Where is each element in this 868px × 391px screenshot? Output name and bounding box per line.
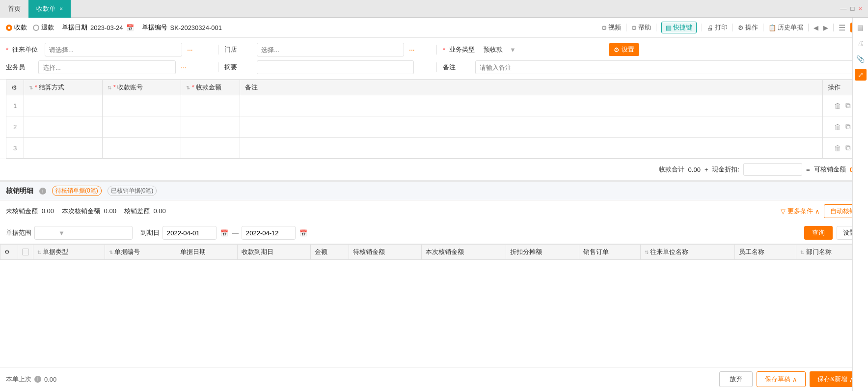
radio-refund[interactable]: 退款: [33, 23, 54, 32]
video-btn[interactable]: ⊙ 视频: [601, 23, 621, 32]
save-draft-btn[interactable]: 保存草稿 ∧: [757, 371, 806, 387]
row-1-amount-input[interactable]: [181, 95, 240, 116]
tab-home[interactable]: 首页: [0, 0, 28, 18]
calendar-from-icon[interactable]: 📅: [220, 229, 228, 237]
print-btn[interactable]: 🖨 打印: [707, 23, 728, 32]
minimize-icon[interactable]: —: [841, 5, 847, 12]
row-2-settle-input[interactable]: [24, 116, 102, 137]
row-3-amount-input[interactable]: [181, 138, 240, 158]
tab-receipt[interactable]: 收款单 ×: [28, 0, 71, 18]
btcol-counterpart: ⇅ 往来单位名称: [640, 245, 735, 260]
divider-2: [656, 24, 656, 31]
sidebar-expand-icon[interactable]: ⤢: [855, 69, 867, 81]
row-1-copy-icon[interactable]: ⧉: [845, 101, 851, 110]
maximize-icon[interactable]: □: [851, 5, 855, 12]
pending-tag[interactable]: 待核销单据(0笔): [52, 186, 102, 196]
prev-info-icon[interactable]: i: [34, 376, 41, 383]
shortcut-btn[interactable]: ▤ 快捷键: [661, 22, 697, 33]
biz-value: 预收款: [484, 45, 503, 54]
row-3-copy-icon[interactable]: ⧉: [845, 143, 851, 152]
row-1-amount[interactable]: [181, 95, 240, 116]
settings-btn[interactable]: ⚙ 设置: [609, 43, 639, 56]
summary-input[interactable]: [257, 60, 414, 74]
layout-list-icon[interactable]: ☰: [839, 23, 845, 32]
row-1-note-input[interactable]: [240, 95, 822, 116]
window-controls: — □ ×: [841, 5, 868, 12]
operation-btn[interactable]: ⚙ 操作: [738, 23, 758, 32]
row-2-delete-icon[interactable]: 🗑: [834, 123, 841, 131]
store-input[interactable]: [257, 43, 404, 56]
sidebar-attachment-icon[interactable]: 📎: [855, 53, 867, 65]
row-2-account[interactable]: [103, 116, 181, 138]
verify-title: 核销明细: [6, 187, 33, 196]
btcol-pending: 待核销金额: [349, 245, 422, 260]
col-amount: ⇅ * 收款金额: [181, 80, 240, 95]
row-2-amount[interactable]: [181, 116, 240, 138]
abandon-btn[interactable]: 放弃: [719, 371, 753, 387]
help-btn[interactable]: ⊙ 帮助: [631, 23, 651, 32]
row-1-delete-icon[interactable]: 🗑: [834, 102, 841, 110]
row-3-settle-input[interactable]: [24, 138, 102, 158]
sidebar-table-icon[interactable]: ▤: [855, 22, 867, 33]
calendar-icon[interactable]: 📅: [126, 24, 134, 31]
row-1-account-input[interactable]: [103, 95, 181, 116]
bottom-table-section: ⚙ ⇅ 单据类型 ⇅ 单据编号 单据日期: [0, 244, 868, 367]
nav-left-icon[interactable]: ◀: [814, 24, 818, 31]
row-2-copy-icon[interactable]: ⧉: [845, 122, 851, 131]
row-3-account-input[interactable]: [103, 138, 181, 158]
radio-refund-indicator: [33, 25, 39, 31]
row-1-note[interactable]: [240, 95, 823, 116]
staff-more-btn[interactable]: ···: [179, 63, 189, 71]
due-date-to-input[interactable]: [242, 226, 296, 240]
sep-4: [436, 62, 437, 72]
row-2-note[interactable]: [240, 116, 823, 138]
toolbar-right: ⊙ 视频 ⊙ 帮助 ▤ 快捷键 🖨 打印 ⚙ 操作: [601, 22, 862, 33]
select-all-checkbox[interactable]: [22, 249, 29, 255]
radio-receipt[interactable]: 收款: [6, 23, 27, 32]
biz-dropdown-icon[interactable]: ▼: [510, 46, 516, 54]
video-label: 视频: [608, 23, 621, 32]
calendar-to-icon[interactable]: 📅: [299, 229, 307, 237]
btcol-amount: 金额: [310, 245, 349, 260]
row-3-amount[interactable]: [181, 138, 240, 159]
col-gear[interactable]: ⚙: [6, 80, 24, 95]
row-1-settle-input[interactable]: [24, 95, 102, 116]
remark-input[interactable]: [475, 60, 862, 74]
counterpart-more-btn[interactable]: ···: [185, 46, 195, 54]
counterpart-input[interactable]: [45, 43, 182, 56]
discount-input[interactable]: [743, 163, 802, 176]
plus-sign: +: [705, 166, 708, 173]
staff-input[interactable]: [38, 60, 176, 74]
store-more-btn[interactable]: ···: [407, 46, 417, 54]
row-2-account-input[interactable]: [103, 116, 181, 137]
row-3-note[interactable]: [240, 138, 823, 159]
range-select[interactable]: ▼: [34, 226, 133, 240]
date-label: 单据日期: [62, 23, 87, 32]
history-icon: 📋: [768, 24, 776, 31]
nav-right-icon[interactable]: ▶: [823, 24, 828, 31]
sidebar-print-icon[interactable]: 🖨: [855, 37, 867, 49]
verify-info-icon[interactable]: i: [39, 188, 46, 195]
row-3-settle[interactable]: [24, 138, 103, 159]
window-close-icon[interactable]: ×: [858, 5, 862, 12]
range-select-arrow: ▼: [58, 229, 65, 237]
query-btn[interactable]: 查询: [804, 226, 833, 240]
tab-receipt-label: 收款单: [36, 4, 55, 13]
row-3-note-input[interactable]: [240, 138, 822, 158]
btcol-gear[interactable]: ⚙: [0, 245, 18, 260]
more-conditions-btn[interactable]: ▽ 更多条件 ∧: [781, 207, 820, 216]
filter-icon: ▽: [781, 208, 786, 215]
row-1-settle[interactable]: [24, 95, 103, 116]
due-date-from-input[interactable]: [163, 226, 217, 240]
row-1-account[interactable]: [103, 95, 181, 116]
history-btn[interactable]: 📋 历史单据: [768, 23, 803, 32]
row-3-account[interactable]: [103, 138, 181, 159]
sep-3: [218, 62, 218, 72]
row-2-amount-input[interactable]: [181, 116, 240, 137]
row-2-settle[interactable]: [24, 116, 103, 138]
tab-close-icon[interactable]: ×: [59, 5, 63, 12]
done-tag[interactable]: 已核销单据(0笔): [108, 186, 157, 196]
row-2-note-input[interactable]: [240, 116, 822, 137]
row-3-delete-icon[interactable]: 🗑: [834, 144, 841, 152]
table-row: 1 🗑 ⧉: [6, 95, 862, 116]
